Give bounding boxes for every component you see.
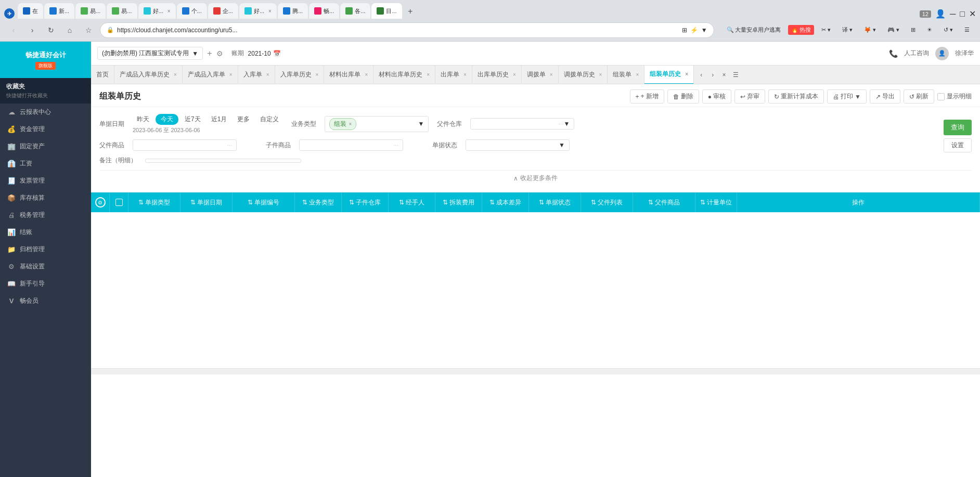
new-btn[interactable]: + + 新增: [630, 89, 664, 104]
th-type-sort[interactable]: ⇅: [138, 199, 144, 206]
tab-5[interactable]: 个...: [177, 3, 207, 19]
tab-2[interactable]: 易...: [75, 3, 106, 19]
audit-btn[interactable]: ● 审核: [702, 89, 731, 104]
dropdown-icon[interactable]: ▼: [701, 27, 707, 34]
th-checkbox[interactable]: [110, 192, 128, 212]
print-btn[interactable]: 🖨 打印 ▼: [827, 89, 867, 104]
period-value[interactable]: 2021-10 📅: [248, 50, 281, 57]
parent-warehouse-input[interactable]: ··· ▼: [470, 118, 574, 130]
th-parent-goods-sort[interactable]: ⇅: [648, 199, 653, 206]
tab-8[interactable]: 腾...: [278, 3, 308, 19]
tab-outbound-close[interactable]: ×: [463, 72, 467, 78]
biz-type-dropdown[interactable]: ▼: [418, 120, 424, 127]
date-btn-custom[interactable]: 自定义: [256, 113, 283, 125]
th-parent-list-sort[interactable]: ⇅: [591, 199, 596, 206]
emoji-btn[interactable]: 🦊 ▾: [860, 25, 880, 34]
tab-inbound[interactable]: 入库单 ×: [238, 66, 275, 84]
th-cost-diff-sort[interactable]: ⇅: [489, 199, 495, 206]
tab-close-7[interactable]: ×: [268, 8, 272, 14]
tab-home[interactable]: 首页: [91, 66, 114, 84]
tab-9[interactable]: 畅...: [309, 3, 339, 19]
sidebar-item-fixed-assets[interactable]: 🏢 固定资产: [0, 138, 91, 155]
status-input[interactable]: ▼: [466, 139, 570, 151]
display-checkbox[interactable]: [937, 93, 945, 100]
forward-button[interactable]: ›: [25, 23, 40, 37]
tabs-next-btn[interactable]: ›: [707, 70, 718, 80]
biz-type-tag-close[interactable]: ×: [349, 121, 352, 127]
collapse-btn[interactable]: ∧ 收起更多条件: [513, 174, 558, 183]
recalculate-btn[interactable]: ↻ 重新计算成本: [768, 89, 824, 104]
sidebar-item-finance[interactable]: 💰 资金管理: [0, 121, 91, 138]
consult-label[interactable]: 人工咨询: [904, 49, 929, 58]
cut-btn[interactable]: ✂ ▾: [817, 25, 835, 34]
tab-assembly-history[interactable]: 组装单历史 ×: [644, 66, 694, 84]
address-input[interactable]: 🔒 https://cloud.chanjet.com/accounting/u…: [100, 22, 714, 38]
tab-4[interactable]: 好... ×: [138, 3, 176, 19]
tab-transfer-history[interactable]: 调拨单历史 ×: [559, 66, 608, 84]
th-dismantle-sort[interactable]: ⇅: [443, 199, 448, 206]
date-btn-7days[interactable]: 近7天: [180, 113, 205, 125]
close-btn[interactable]: ✕: [969, 9, 976, 19]
minimize-btn[interactable]: ─: [950, 9, 956, 19]
tab-assembly-history-close[interactable]: ×: [685, 71, 688, 77]
maximize-btn[interactable]: □: [960, 9, 965, 19]
table-select-all[interactable]: [115, 199, 123, 206]
sidebar-item-settings[interactable]: ⚙ 基础设置: [0, 258, 91, 275]
tab-3[interactable]: 易...: [107, 3, 137, 19]
status-dropdown[interactable]: ▼: [559, 141, 565, 149]
tab-close-4[interactable]: ×: [167, 8, 171, 14]
company-selector[interactable]: (勿删勿禁用) 江西服宝测试专用 ▼: [97, 47, 203, 60]
sidebar-item-inventory[interactable]: 📦 库存核算: [0, 189, 91, 207]
add-company-btn[interactable]: +: [207, 49, 212, 58]
tab-material-out-close[interactable]: ×: [365, 72, 368, 78]
new-tab-button[interactable]: +: [403, 4, 418, 19]
query-btn[interactable]: 查询: [944, 120, 972, 135]
tabs-menu-btn[interactable]: ☰: [730, 70, 741, 80]
th-unit-sort[interactable]: ⇅: [700, 199, 705, 206]
star-button[interactable]: ☆: [81, 23, 96, 37]
home-button[interactable]: ⌂: [62, 23, 77, 37]
search-btn[interactable]: 🔍 大量安卓用户逃离: [723, 25, 785, 35]
tab-outbound-history-close[interactable]: ×: [513, 72, 516, 78]
tab-1[interactable]: 新...: [44, 3, 74, 19]
sidebar-item-invoice[interactable]: 🧾 发票管理: [0, 172, 91, 189]
export-btn[interactable]: ↗ 导出: [870, 89, 900, 104]
sidebar-item-closing[interactable]: 📊 结账: [0, 224, 91, 241]
date-btn-1month[interactable]: 近1月: [207, 113, 231, 125]
tab-finished-history[interactable]: 产成品入库单历史 ×: [114, 66, 183, 84]
sidebar-item-membership[interactable]: V 畅会员: [0, 292, 91, 310]
sidebar-item-guide[interactable]: 📖 新手引导: [0, 275, 91, 292]
tabs-close-btn[interactable]: ×: [719, 70, 729, 80]
tab-10[interactable]: 各...: [340, 3, 370, 19]
th-warehouse-sort[interactable]: ⇅: [349, 199, 354, 206]
lightning-icon[interactable]: ⚡: [690, 27, 698, 34]
th-num-sort[interactable]: ⇅: [248, 199, 253, 206]
delete-btn[interactable]: 🗑 删除: [667, 89, 699, 104]
profile-icon[interactable]: 👤: [935, 9, 946, 19]
theme-btn[interactable]: ☀: [923, 25, 936, 34]
parent-warehouse-dropdown[interactable]: ▼: [563, 120, 570, 127]
reload-button[interactable]: ↻: [44, 23, 58, 37]
game-btn[interactable]: 🎮 ▾: [883, 25, 904, 34]
history-btn[interactable]: ↺ ▾: [939, 25, 957, 34]
remark-input[interactable]: [145, 159, 301, 163]
favorites-sub[interactable]: 快捷键打开收藏夹: [6, 92, 85, 99]
tab-material-out[interactable]: 材料出库单 ×: [324, 66, 373, 84]
tab-11[interactable]: 目...: [371, 3, 402, 19]
scrollbar[interactable]: [91, 368, 980, 375]
tabs-prev-btn[interactable]: ‹: [696, 70, 706, 80]
qr-icon[interactable]: ⊞: [682, 27, 687, 34]
th-status-sort[interactable]: ⇅: [539, 199, 544, 206]
sidebar-item-payroll[interactable]: 👔 工资: [0, 155, 91, 172]
th-handler-sort[interactable]: ⇅: [399, 199, 404, 206]
abandon-btn[interactable]: ↩ 弃审: [734, 89, 765, 104]
tab-inbound-history-close[interactable]: ×: [316, 72, 319, 78]
tab-outbound-history[interactable]: 出库单历史 ×: [472, 66, 522, 84]
tab-0[interactable]: 在: [18, 3, 43, 19]
refresh-btn[interactable]: ↺ 刷新: [904, 89, 934, 104]
tab-finished[interactable]: 产成品入库单 ×: [183, 66, 238, 84]
tab-finished-close[interactable]: ×: [229, 72, 233, 78]
date-btn-today[interactable]: 今天: [156, 114, 178, 125]
biz-type-input[interactable]: 组装 × ▼: [325, 116, 429, 132]
settings-btn[interactable]: 设置: [944, 138, 972, 152]
